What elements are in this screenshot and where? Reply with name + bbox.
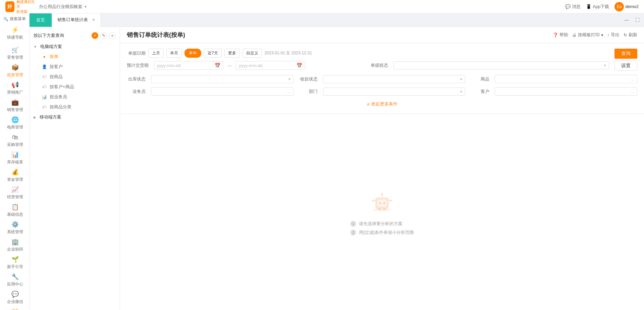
tree-section-mobile[interactable]: ▶ 移动端方案 bbox=[30, 112, 120, 122]
enterprise-icon: 🏢 bbox=[11, 238, 19, 246]
export-button[interactable]: ↑ 导出 bbox=[607, 32, 620, 38]
by-goods-icon: 🏷 bbox=[42, 74, 47, 80]
goods-more-icon[interactable]: ... bbox=[631, 76, 634, 82]
date-btn-last-7[interactable]: 近7天 bbox=[204, 49, 222, 58]
sidebar-item-wechat[interactable]: 💬 企业微信 bbox=[0, 289, 29, 306]
query-button[interactable]: 查询 bbox=[614, 49, 637, 59]
sidebar-item-newbie[interactable]: 🌱 新手引导 bbox=[0, 254, 29, 271]
refresh-button[interactable]: ↻ 刷新 bbox=[624, 32, 637, 38]
sidebar-item-operations[interactable]: 📈 经营管理 bbox=[0, 184, 29, 202]
logo-text: 畅捷通好生意 标准版 bbox=[16, 0, 35, 14]
sidebar-item-vip[interactable]: 👑 畅会员 bbox=[0, 306, 29, 310]
doc-status-label: 单据状态 bbox=[369, 62, 388, 68]
message-button[interactable]: 💬 消息 bbox=[565, 4, 581, 10]
tree-item-by-cust-goods[interactable]: 🏷 按客户+商品 bbox=[38, 82, 120, 92]
sidebar-item-retail[interactable]: 🛒 零售管理 bbox=[0, 45, 29, 62]
date-btn-last-month[interactable]: 上月 bbox=[148, 49, 164, 58]
edit-scheme-button[interactable]: ✎ bbox=[100, 32, 107, 39]
chevron-down-icon: ▾ bbox=[288, 77, 290, 82]
sidebar-item-wholesale[interactable]: 📦 批发管理 bbox=[0, 62, 29, 80]
ship-status-select[interactable]: ▾ bbox=[151, 75, 293, 83]
tree-item-by-order[interactable]: ● 按单 bbox=[38, 52, 120, 62]
export-icon: ↑ bbox=[607, 33, 610, 38]
tab-minimize-button[interactable]: — bbox=[623, 16, 631, 24]
tree-item-by-category[interactable]: 🏷 按商品分类 bbox=[38, 102, 120, 112]
predicted-date-end[interactable]: 📅 bbox=[236, 61, 305, 70]
sidebar-item-finance[interactable]: 💰 资金管理 bbox=[0, 167, 29, 184]
sidebar-item-inventory[interactable]: 📊 库存核算 bbox=[0, 149, 29, 167]
customer-more-icon[interactable]: ... bbox=[631, 89, 634, 94]
right-panel: 销售订单统计表(按单) ❓ 帮助 🖨 按模板打印 ▾ ↑ bbox=[120, 27, 644, 310]
svg-rect-11 bbox=[378, 208, 381, 210]
predicted-date-end-input[interactable] bbox=[239, 63, 295, 68]
tree-item-by-customer[interactable]: 👤 按客户 bbox=[38, 62, 120, 72]
predicted-date-group: 📅 — 📅 bbox=[154, 61, 364, 70]
date-btn-custom[interactable]: 自定义 bbox=[243, 49, 262, 58]
by-salesman-icon: 📊 bbox=[42, 94, 47, 100]
chevron-down-icon: ▾ bbox=[604, 63, 606, 68]
settings-button[interactable]: 设置 bbox=[614, 61, 637, 71]
sidebar-item-sales[interactable]: 💼 销售管理 bbox=[0, 97, 29, 114]
calendar-start-icon[interactable]: 📅 bbox=[215, 63, 220, 68]
empty-illustration bbox=[369, 189, 395, 215]
sidebar: 🔍 搜索菜单 ⚡ 快捷导航 🛒 零售管理 📦 批发管理 📢 营销推广 💼 销售管… bbox=[0, 13, 30, 310]
tip-num-1: 1 bbox=[350, 221, 356, 227]
tree-children-pc: ● 按单 👤 按客户 🏷 按商品 🏷 按客户+商品 bbox=[30, 52, 120, 112]
search-menu-button[interactable]: 🔍 搜索菜单 bbox=[0, 13, 29, 24]
chevron-down-icon[interactable]: ▾ bbox=[85, 4, 87, 9]
by-category-icon: 🏷 bbox=[42, 104, 47, 110]
doc-status-select[interactable]: ▾ bbox=[393, 61, 609, 69]
search-icon: 🔍 bbox=[3, 17, 8, 21]
add-scheme-button[interactable]: + bbox=[92, 32, 98, 39]
goods-input-wrap[interactable]: ... bbox=[495, 75, 637, 83]
sidebar-item-system[interactable]: ⚙️ 系统管理 bbox=[0, 219, 29, 237]
predicted-date-start[interactable]: 📅 bbox=[154, 61, 223, 70]
collapse-button[interactable]: ∧ 收起更多条件 bbox=[367, 101, 397, 107]
tree-item-by-goods[interactable]: 🏷 按商品 bbox=[38, 72, 120, 82]
tab-close-icon[interactable]: ✕ bbox=[92, 17, 95, 22]
date-btn-this-month[interactable]: 本月 bbox=[166, 49, 182, 58]
customer-input[interactable] bbox=[498, 89, 631, 94]
sidebar-item-basics[interactable]: 📋 基础信息 bbox=[0, 202, 29, 219]
customer-input-wrap[interactable]: ... bbox=[495, 87, 637, 96]
template-print-button[interactable]: 🖨 按模板打印 ▾ bbox=[572, 32, 603, 38]
app-download-button[interactable]: 📱 App下载 bbox=[586, 4, 609, 10]
tab-maximize-button[interactable]: ⛶ bbox=[633, 16, 641, 24]
date-btn-more[interactable]: 更多 bbox=[224, 49, 240, 58]
sidebar-item-enterprise[interactable]: 🏢 企业协同 bbox=[0, 237, 29, 254]
date-btn-this-year[interactable]: 本年 bbox=[184, 49, 201, 58]
user-profile[interactable]: Ea demo2 bbox=[614, 2, 639, 11]
tip-num-2: 2 bbox=[350, 229, 356, 236]
help-button[interactable]: ❓ 帮助 bbox=[553, 32, 568, 38]
sidebar-item-marketing[interactable]: 📢 营销推广 bbox=[0, 80, 29, 97]
filter-area: 单据日期 上月 本月 本年 近7天 更多 自定义 2023-01-01 至 20… bbox=[120, 43, 644, 114]
page-title: 销售订单统计表(按单) bbox=[127, 31, 185, 43]
sidebar-item-purchase[interactable]: 🛍 采购管理 bbox=[0, 132, 29, 149]
tree-arrow-mobile: ▶ bbox=[34, 115, 36, 119]
collapse-panel-button[interactable]: « bbox=[109, 32, 116, 39]
sidebar-item-quick-nav[interactable]: ⚡ 快捷导航 bbox=[0, 24, 29, 42]
sidebar-item-apps[interactable]: 🔧 应用中心 bbox=[0, 271, 29, 289]
salesman-input[interactable] bbox=[154, 89, 287, 94]
payment-status-select[interactable]: ▾ bbox=[323, 75, 466, 83]
by-cust-goods-icon: 🏷 bbox=[42, 84, 47, 90]
data-area: 1 请先选择要分析的方案 2 用[过滤]条件来缩小分析范围 bbox=[120, 114, 644, 310]
salesman-input-wrap[interactable]: ... bbox=[151, 87, 293, 96]
ecommerce-icon: 🌐 bbox=[11, 116, 19, 123]
query-btn-area: 查询 设置 bbox=[614, 49, 637, 71]
salesman-label: 业务员 bbox=[127, 89, 146, 95]
sidebar-item-ecommerce[interactable]: 🌐 电商管理 bbox=[0, 114, 29, 132]
salesman-more-icon[interactable]: ... bbox=[287, 89, 290, 94]
tab-home[interactable]: 首页 bbox=[30, 13, 52, 27]
page-title-bar: 销售订单统计表(按单) ❓ 帮助 🖨 按模板打印 ▾ ↑ bbox=[120, 27, 644, 43]
tab-sales-order-stats[interactable]: 销售订单统计表 ✕ bbox=[52, 13, 101, 27]
calendar-end-icon[interactable]: 📅 bbox=[297, 63, 302, 68]
predicted-date-start-input[interactable] bbox=[157, 63, 213, 68]
tree-section-pc[interactable]: ▼ 电脑端方案 bbox=[30, 42, 120, 52]
date-range-dash: — bbox=[226, 63, 233, 68]
tree-item-by-salesman[interactable]: 📊 按业务员 bbox=[38, 92, 120, 102]
department-select[interactable]: ▾ bbox=[323, 88, 466, 96]
finance-icon: 💰 bbox=[11, 168, 19, 176]
operations-icon: 📈 bbox=[11, 186, 19, 193]
goods-input[interactable] bbox=[498, 76, 631, 82]
